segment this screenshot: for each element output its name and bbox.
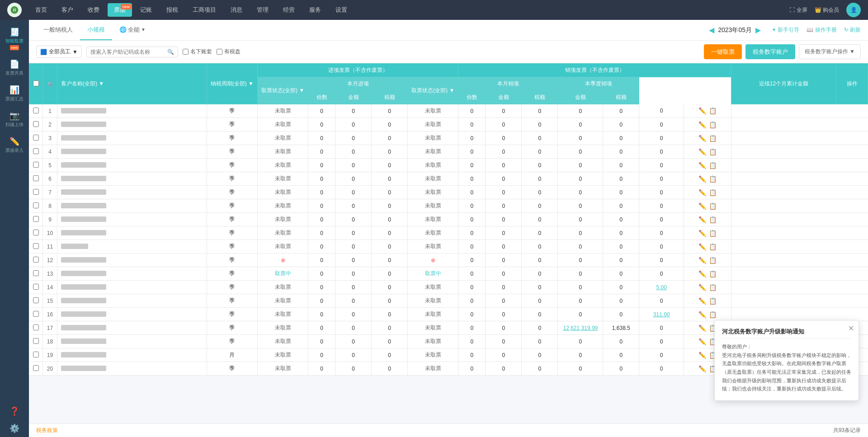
edit-icon[interactable]: ✏️ [698,107,706,114]
tax-digital-btn[interactable]: 税务数字账户 [745,44,795,59]
copy-icon[interactable]: 📋 [709,297,717,305]
row-checkbox[interactable] [33,189,39,195]
copy-icon[interactable]: 📋 [709,135,717,142]
row-checkbox[interactable] [33,135,39,141]
copy-icon[interactable]: 📋 [709,257,717,264]
sidebar-item-issue[interactable]: 📄 发票开具 [0,56,29,80]
naming-checkbox-label[interactable]: 名下账套 [183,48,212,56]
copy-icon[interactable]: 📋 [709,148,717,155]
nav-invoice[interactable]: 票据 new [108,3,132,17]
copy-icon[interactable]: 📋 [709,243,717,250]
guide-btn[interactable]: ✦ 新手引导 [772,26,799,34]
edit-icon[interactable]: ✏️ [698,135,706,142]
edit-icon[interactable]: ✏️ [698,338,706,345]
search-icon[interactable]: 🔍 [167,49,174,55]
row-checkbox[interactable] [33,162,39,168]
tab-general[interactable]: 一般纳税人 [36,20,80,40]
nav-industry[interactable]: 工商项目 [186,3,222,17]
next-month-btn[interactable]: ▶ [755,26,761,34]
copy-icon[interactable]: 📋 [709,284,717,291]
copy-icon[interactable]: 📋 [709,202,717,210]
nav-service[interactable]: 服务 [303,3,327,17]
popup-close-btn[interactable]: ✕ [848,324,854,333]
prev-month-btn[interactable]: ◀ [709,26,714,34]
edit-icon[interactable]: ✏️ [698,324,706,332]
edit-icon[interactable]: ✏️ [698,352,706,359]
cum-amount-val[interactable]: 311.00 [653,311,670,318]
copy-icon[interactable]: 📋 [709,189,717,196]
nav-fee[interactable]: 收费 [81,3,106,17]
row-checkbox[interactable] [33,338,39,344]
row-checkbox[interactable] [33,284,39,290]
edit-icon[interactable]: ✏️ [698,270,706,277]
tax-disk-checkbox[interactable] [217,49,222,55]
manual-btn[interactable]: 📖 操作手册 [807,26,836,34]
sidebar-item-smart-invoice[interactable]: 🧾 智能取票 new [0,23,29,54]
tab-all[interactable]: 🌐 全能 ▼ [112,20,153,40]
tax-operation-btn[interactable]: 税务数字账户操作 ▼ [799,44,861,59]
row-checkbox[interactable] [33,202,39,208]
row-checkbox[interactable] [33,324,39,330]
row-checkbox[interactable] [33,243,39,249]
q-amount-val[interactable]: 12,621,319.99 [563,325,598,331]
row-checkbox[interactable] [33,216,39,222]
avatar[interactable]: 👤 [846,3,861,17]
sidebar-item-config[interactable]: ⚙️ [0,420,29,437]
row-checkbox[interactable] [33,311,39,317]
row-checkbox[interactable] [33,175,39,181]
edit-icon[interactable]: ✏️ [698,365,706,372]
sidebar-item-entry[interactable]: ✏️ 票据录入 [0,133,29,157]
tax-policy-link[interactable]: 税务政策 [36,427,58,434]
row-checkbox[interactable] [33,270,39,276]
edit-icon[interactable]: ✏️ [698,216,706,223]
edit-icon[interactable]: ✏️ [698,230,706,237]
nav-home[interactable]: 首页 [29,3,53,17]
nav-bookkeep[interactable]: 记账 [134,3,158,17]
edit-icon[interactable]: ✏️ [698,297,706,305]
copy-icon[interactable]: 📋 [709,162,717,169]
nav-settings[interactable]: 设置 [329,3,354,17]
edit-icon[interactable]: ✏️ [698,311,706,318]
row-checkbox[interactable] [33,257,39,263]
edit-icon[interactable]: ✏️ [698,189,706,196]
row-checkbox[interactable] [33,230,39,235]
sidebar-item-summary[interactable]: 📊 票据汇总 [0,81,29,105]
row-checkbox[interactable] [33,365,39,371]
fullscreen-btn[interactable]: ⛶ 全屏 [789,6,807,14]
select-all-checkbox[interactable] [33,80,39,86]
copy-icon[interactable]: 📋 [709,230,717,237]
row-checkbox[interactable] [33,148,39,154]
row-checkbox[interactable] [33,352,39,357]
edit-icon[interactable]: ✏️ [698,175,706,183]
copy-icon[interactable]: 📋 [709,121,717,128]
employee-select[interactable]: 🟦 全部员工 ▼ [36,46,82,58]
copy-icon[interactable]: 📋 [709,270,717,277]
nav-message[interactable]: 消息 [224,3,249,17]
naming-checkbox[interactable] [183,49,189,55]
cum-amount-val[interactable]: 5.00 [656,284,667,291]
copy-icon[interactable]: 📋 [709,107,717,114]
row-checkbox[interactable] [33,297,39,303]
nav-customer[interactable]: 客户 [55,3,80,17]
copy-icon[interactable]: 📋 [709,216,717,223]
copy-icon[interactable]: 📋 [709,175,717,183]
tab-small[interactable]: 小规模 [80,20,112,40]
edit-icon[interactable]: ✏️ [698,162,706,169]
row-checkbox[interactable] [33,121,39,127]
search-input[interactable] [90,49,167,55]
member-btn[interactable]: 👑 购会员 [815,6,839,14]
edit-icon[interactable]: ✏️ [698,257,706,264]
refresh-btn[interactable]: ↻ 刷新 [844,26,861,34]
nav-tax[interactable]: 报税 [160,3,184,17]
one-key-btn[interactable]: 一键取票 [704,44,742,59]
edit-icon[interactable]: ✏️ [698,284,706,291]
edit-icon[interactable]: ✏️ [698,202,706,210]
edit-icon[interactable]: ✏️ [698,121,706,128]
sidebar-item-scan[interactable]: 📷 扫描上传 [0,107,29,131]
edit-icon[interactable]: ✏️ [698,148,706,155]
edit-icon[interactable]: ✏️ [698,243,706,250]
row-checkbox[interactable] [33,108,39,113]
tax-disk-checkbox-label[interactable]: 有税盘 [217,48,241,56]
nav-operation[interactable]: 经营 [277,3,301,17]
nav-manage[interactable]: 管理 [250,3,275,17]
